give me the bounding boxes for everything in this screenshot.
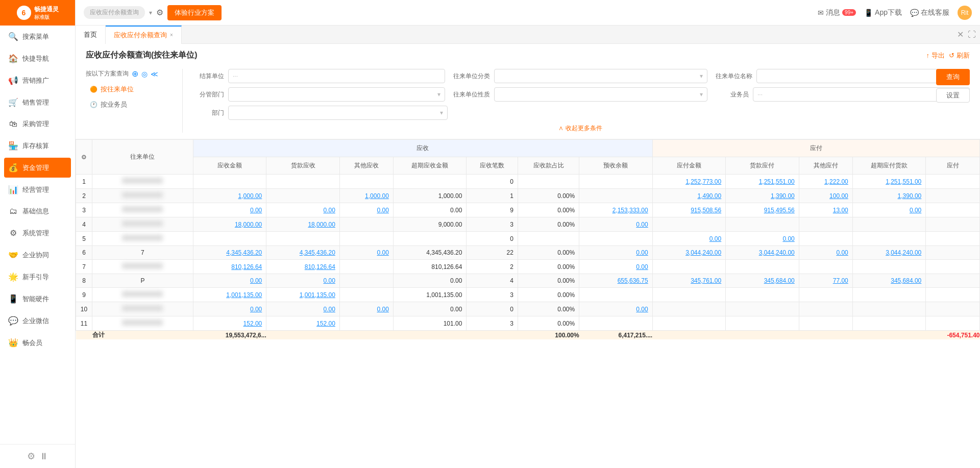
row-recv-goods <box>266 175 340 189</box>
settings-button[interactable]: 设置 <box>936 88 970 103</box>
total-empty6 <box>652 331 726 340</box>
sidebar-item-search[interactable]: 🔍搜索菜单 <box>0 26 75 47</box>
row-recv-ratio: 0.00% <box>518 217 579 232</box>
row-partner <box>92 203 193 217</box>
row-pay-amount: 915,508.56 <box>652 203 726 217</box>
tab-active[interactable]: 应收应付余额查询 × <box>106 26 182 44</box>
partner-nature-input[interactable]: ▾ <box>494 87 707 102</box>
table-row: 7 810,126.64 810,126.64 810,126.64 2 0.0… <box>76 260 980 274</box>
sidebar-item-corp[interactable]: 🤝企业协同 <box>0 244 75 266</box>
row-pay-overdue: 345,684.00 <box>852 274 926 288</box>
row-index: 9 <box>76 288 92 302</box>
row-recv-amount <box>193 232 266 246</box>
sidebar-item-label: 库存核算 <box>22 141 49 151</box>
row-recv-prepay <box>579 288 653 302</box>
table-row: 2 1,000.00 1,000.00 1,000.00 1 0.00% 1,4… <box>76 189 980 203</box>
topbar-gear-icon[interactable]: ⚙ <box>156 8 163 17</box>
table-row: 6 7 4,345,436.20 4,345,436.20 0.00 4,345… <box>76 246 980 260</box>
sidebar-header: 6 畅捷通灵 标准版 <box>0 0 75 26</box>
row-index: 2 <box>76 189 92 203</box>
total-empty4 <box>393 331 467 340</box>
row-index: 8 <box>76 274 92 288</box>
row-pay-amount <box>652 302 726 316</box>
row-recv-prepay: 0.00 <box>579 217 653 232</box>
table-settings-icon[interactable]: ⚙ <box>81 154 87 161</box>
th-pay-other: 其他应付 <box>799 157 852 175</box>
dept-manager-input[interactable]: ▾ <box>228 87 445 102</box>
sidebar-item-operation[interactable]: 📊经营管理 <box>0 179 75 201</box>
sidebar-item-label: 智能硬件 <box>22 294 49 304</box>
total-empty7 <box>726 331 799 340</box>
sidebar-item-finance[interactable]: 💰资金管理 <box>4 158 71 178</box>
sidebar-item-wechat[interactable]: 💬企业微信 <box>0 310 75 332</box>
partner-category-input[interactable]: ▾ <box>494 69 707 83</box>
total-row: 合计 19,553,472,6... 100.00% 6,417,215.... <box>76 331 980 340</box>
topbar-dropdown-icon[interactable]: ▾ <box>149 9 152 16</box>
filter-dept: 部门 ▾ <box>191 106 448 120</box>
sidebar-item-shortcut[interactable]: 🏠快捷导航 <box>0 47 75 69</box>
sidebar-footer[interactable]: ⚙ ⏸ <box>0 444 75 468</box>
partner-nature-arrow: ▾ <box>700 91 703 98</box>
total-empty5 <box>467 331 518 340</box>
tab-home[interactable]: 首页 <box>76 26 106 44</box>
row-recv-overdue: 9,000.00 <box>393 217 467 232</box>
row-recv-amount: 4,345,436.20 <box>193 246 266 260</box>
row-recv-overdue: 810,126.64 <box>393 260 467 274</box>
row-recv-amount: 1,000.00 <box>193 189 266 203</box>
sidebar-item-sales[interactable]: 🛒销售管理 <box>0 91 75 113</box>
th-settings[interactable]: ⚙ <box>76 140 92 175</box>
add-scheme-icon[interactable]: ⊕ <box>132 69 138 79</box>
online-service-container[interactable]: 💬 在线客服 <box>910 8 949 17</box>
sidebar-item-inventory[interactable]: 🏪库存核算 <box>0 135 75 157</box>
th-recv-other: 其他应收 <box>339 157 393 175</box>
row-pay-other: 77.00 <box>799 274 852 288</box>
sidebar-item-label: 企业微信 <box>22 316 49 326</box>
row-pay-remain <box>926 203 980 217</box>
row-recv-ratio <box>518 175 579 189</box>
row-partner: P <box>92 274 193 288</box>
scheme-option-partner[interactable]: 🟠 按往来单位 <box>86 83 176 96</box>
scheme-selector: 按以下方案查询 ⊕ ◎ ≪ 🟠 按往来单位 🕐 按业务员 <box>86 69 183 133</box>
user-info[interactable]: Rit <box>958 6 972 20</box>
solution-button[interactable]: 体验行业方案 <box>167 5 222 20</box>
row-pay-goods: 0.00 <box>726 232 799 246</box>
sidebar-item-label: 经营管理 <box>22 185 49 194</box>
export-button[interactable]: ↑ 导出 <box>926 51 945 60</box>
message-icon-container[interactable]: ✉ 消息 99+ <box>818 8 856 17</box>
refresh-label: 刷新 <box>957 51 970 60</box>
tab-close-window[interactable]: ✕ <box>957 30 964 39</box>
sidebar-item-basic[interactable]: 🗂基础信息 <box>0 201 75 222</box>
sidebar-item-hardware[interactable]: 📱智能硬件 <box>0 288 75 310</box>
dept-manager-label: 分管部门 <box>191 90 224 99</box>
tab-expand[interactable]: ⛶ <box>968 30 976 39</box>
row-recv-other <box>339 217 393 232</box>
sidebar-item-system[interactable]: ⚙系统管理 <box>0 222 75 244</box>
service-icon: 💬 <box>910 9 919 17</box>
collapse-icon[interactable]: ⏸ <box>39 451 48 462</box>
dept-arrow: ▾ <box>440 109 443 116</box>
settings-icon[interactable]: ⚙ <box>27 451 35 462</box>
dept-input[interactable]: ▾ <box>228 106 448 120</box>
row-recv-overdue <box>393 232 467 246</box>
row-recv-other <box>339 232 393 246</box>
row-pay-amount: 345,761.00 <box>652 274 726 288</box>
app-download-container[interactable]: 📱 App下载 <box>864 8 902 17</box>
filter-area: 按以下方案查询 ⊕ ◎ ≪ 🟠 按往来单位 🕐 按业务员 <box>76 65 980 139</box>
refresh-button[interactable]: ↺ 刷新 <box>949 51 970 60</box>
sidebar-item-purchase[interactable]: 🛍采购管理 <box>0 113 75 135</box>
collapse-scheme-icon[interactable]: ≪ <box>151 70 158 78</box>
filter-collapse[interactable]: ∧ 收起更多条件 <box>191 124 970 133</box>
th-recv-ratio: 应收款占比 <box>518 157 579 175</box>
sidebar-item-guide[interactable]: 🌟新手引导 <box>0 266 75 288</box>
sidebar-item-marketing[interactable]: 📢营销推广 <box>0 69 75 91</box>
row-recv-prepay: 0.00 <box>579 246 653 260</box>
scheme-option-salesman[interactable]: 🕐 按业务员 <box>86 98 176 111</box>
scheme-partner-label: 按往来单位 <box>101 85 134 94</box>
system-icon: ⚙ <box>8 228 18 238</box>
query-button[interactable]: 查询 <box>936 69 970 85</box>
jiesuan-input[interactable]: ··· <box>228 69 445 83</box>
tab-close-button[interactable]: × <box>170 32 173 38</box>
settings-scheme-icon[interactable]: ◎ <box>141 70 148 78</box>
sidebar-item-member[interactable]: 👑畅会员 <box>0 332 75 354</box>
total-empty <box>76 331 92 340</box>
